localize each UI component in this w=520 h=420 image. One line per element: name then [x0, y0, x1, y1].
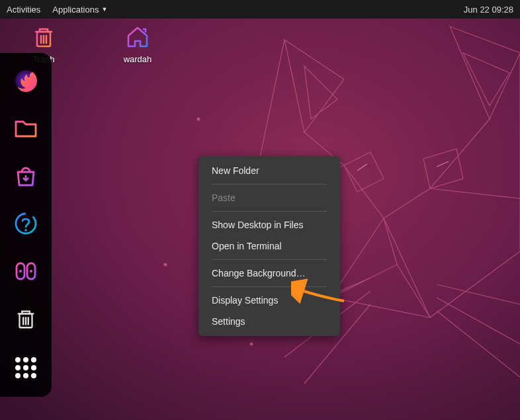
menu-change-background[interactable]: Change Background… — [198, 263, 340, 284]
menu-separator — [212, 286, 327, 287]
menu-separator — [212, 211, 327, 212]
menu-settings[interactable]: Settings — [198, 311, 340, 332]
menu-paste: Paste — [198, 187, 340, 208]
menu-new-folder[interactable]: New Folder — [198, 160, 340, 181]
help-icon — [13, 210, 39, 239]
trash-icon — [13, 306, 38, 334]
clock-label[interactable]: Jun 22 09:28 — [464, 5, 513, 15]
dock-item-software[interactable] — [11, 163, 40, 192]
app-icon — [13, 258, 39, 287]
dock-item-help[interactable] — [11, 210, 40, 239]
dock-item-apps[interactable] — [11, 353, 40, 382]
applications-menu[interactable]: Applications ▼ — [52, 5, 107, 15]
desktop-context-menu: New Folder Paste Show Desktop in Files O… — [198, 156, 340, 336]
firefox-icon — [12, 67, 40, 97]
svg-point-1 — [197, 118, 200, 120]
svg-point-3 — [250, 343, 253, 345]
dock-item-trash[interactable] — [11, 306, 40, 335]
shopping-bag-icon — [13, 163, 39, 192]
menu-open-terminal[interactable]: Open in Terminal — [198, 235, 340, 257]
folder-icon — [13, 115, 39, 144]
home-icon — [123, 22, 152, 52]
top-menubar: Activities Applications ▼ Jun 22 09:28 — [0, 0, 520, 19]
applications-label: Applications — [52, 5, 99, 15]
dock — [0, 53, 52, 397]
svg-point-2 — [164, 263, 167, 266]
dock-item-firefox[interactable] — [11, 67, 40, 97]
menu-separator — [212, 259, 327, 260]
activities-button[interactable]: Activities — [7, 5, 40, 15]
dock-item-utility[interactable] — [11, 258, 40, 287]
apps-grid-icon — [15, 357, 36, 378]
menu-separator — [212, 184, 327, 185]
trash-icon — [29, 22, 58, 52]
svg-point-10 — [19, 270, 22, 273]
desktop-icon-home[interactable]: wardah — [114, 22, 161, 64]
desktop-icon-label: wardah — [124, 54, 152, 64]
svg-point-7 — [24, 229, 27, 231]
chevron-down-icon: ▼ — [101, 6, 107, 13]
dock-item-files[interactable] — [11, 115, 40, 144]
menu-show-desktop-files[interactable]: Show Desktop in Files — [198, 214, 340, 235]
svg-point-11 — [30, 270, 32, 273]
menu-display-settings[interactable]: Display Settings — [198, 290, 340, 311]
